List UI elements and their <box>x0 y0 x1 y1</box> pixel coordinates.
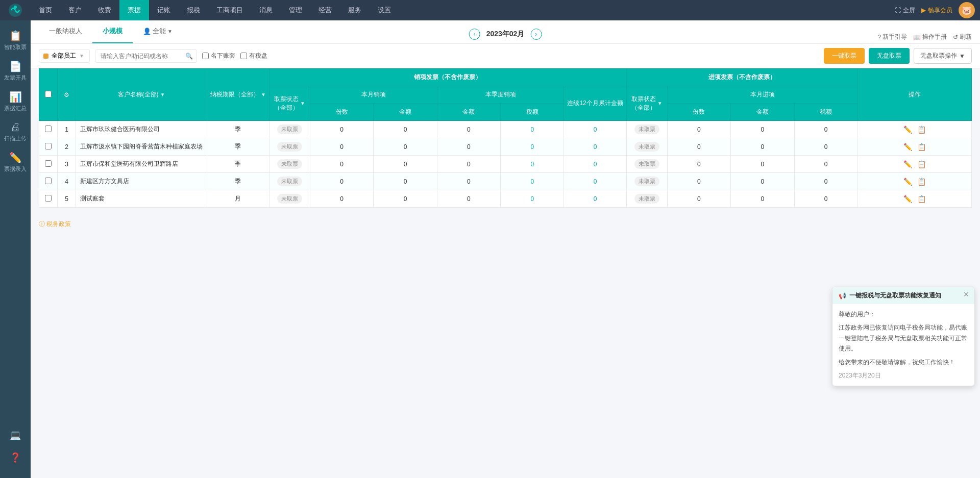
nav-service[interactable]: 服务 <box>340 0 370 20</box>
nav-invoice[interactable]: 票据 <box>119 0 149 20</box>
customer-filter-icon[interactable]: ▼ <box>160 92 165 97</box>
sales-annual-link[interactable]: 0 <box>594 126 597 133</box>
th-sales-month-copies: 份数 <box>310 104 373 121</box>
sales-annual-label: 连续12个月累计金额 <box>567 99 623 107</box>
tax-period-filter-icon[interactable]: ▼ <box>261 92 266 97</box>
vip-btn[interactable]: ▶ 畅享会员 <box>921 6 952 15</box>
my-accounts-checkbox-label[interactable]: 名下账套 <box>202 52 235 60</box>
row-edit-btn[interactable]: ✏️ <box>903 125 912 134</box>
diskless-operations-btn[interactable]: 无盘取票操作 ▼ <box>914 48 972 64</box>
nav-fee[interactable]: 收费 <box>90 0 119 20</box>
refresh-link[interactable]: ↺ 刷新 <box>953 33 972 41</box>
my-accounts-checkbox[interactable] <box>202 53 209 59</box>
select-all-checkbox[interactable] <box>45 91 52 97</box>
row-customer: 卫辉市汲水镇下园阁脊香营苗木种植家庭农场 <box>76 138 207 156</box>
tab-general-taxpayer[interactable]: 一般纳税人 <box>39 20 92 43</box>
row-index: 1 <box>58 121 76 138</box>
th-tax-period: 纳税期限（全部） ▼ <box>207 69 270 121</box>
row-checkbox[interactable] <box>45 160 52 167</box>
row-sales-quarter-tax: 0 <box>501 173 564 190</box>
row-checkbox-cell[interactable] <box>39 121 58 138</box>
guide-link[interactable]: ? 新手引导 <box>877 33 907 41</box>
settings-icon[interactable]: ⚙ <box>64 91 69 98</box>
nav-management[interactable]: 管理 <box>281 0 310 20</box>
nav-business[interactable]: 工商项目 <box>208 0 251 20</box>
row-input-month-tax: 0 <box>794 190 857 208</box>
tax-policy-icon: ⓘ <box>39 220 45 228</box>
sidebar-item-scan-upload[interactable]: 🖨 扫描上传 <box>1 117 30 146</box>
sales-quarter-tax-link[interactable]: 0 <box>530 143 534 150</box>
row-checkbox-cell[interactable] <box>39 138 58 156</box>
search-icon[interactable]: 🔍 <box>185 53 193 60</box>
row-checkbox[interactable] <box>45 125 52 132</box>
tab-small-scale[interactable]: 小规模 <box>92 20 133 43</box>
row-sales-quarter-amount: 0 <box>437 173 500 190</box>
row-detail-btn[interactable]: 📋 <box>917 195 926 203</box>
row-edit-btn[interactable]: ✏️ <box>903 160 912 168</box>
nav-operation[interactable]: 经营 <box>310 0 340 20</box>
th-settings: ⚙ <box>58 69 76 121</box>
row-sales-annual-amount: 0 <box>564 138 626 156</box>
sidebar-item-smart-fetch[interactable]: 📋 智能取票 <box>1 26 30 55</box>
sidebar-item-invoice-summary[interactable]: 📊 票据汇总 <box>1 87 30 116</box>
row-checkbox-cell[interactable] <box>39 156 58 173</box>
row-checkbox[interactable] <box>45 143 52 149</box>
sidebar-help-icon[interactable]: ❓ <box>5 447 26 468</box>
nav-customer[interactable]: 客户 <box>60 0 90 20</box>
sales-annual-link[interactable]: 0 <box>594 178 597 185</box>
employee-selector[interactable]: 全部员工 ▼ <box>39 49 90 63</box>
diskless-fetch-btn[interactable]: 无盘取票 <box>869 48 910 64</box>
sidebar-computer-icon[interactable]: 💻 <box>5 425 26 445</box>
row-sales-month-amount: 0 <box>374 138 437 156</box>
next-month-btn[interactable]: › <box>530 29 542 40</box>
has-tax-disk-checkbox-label[interactable]: 有税盘 <box>240 52 267 60</box>
row-checkbox[interactable] <box>45 178 52 184</box>
nav-message[interactable]: 消息 <box>251 0 281 20</box>
footer-tax-policy[interactable]: ⓘ 税务政策 <box>31 216 980 233</box>
row-edit-btn[interactable]: ✏️ <box>903 178 912 186</box>
fullscreen-btn[interactable]: ⛶ 全屏 <box>895 6 915 15</box>
user-avatar[interactable]: 🐷 <box>959 2 975 18</box>
row-input-month-tax: 0 <box>794 121 857 138</box>
manual-link[interactable]: 📖 操作手册 <box>913 33 947 41</box>
tab-all-capable[interactable]: 👤 全能 ▼ <box>133 20 183 43</box>
row-detail-btn[interactable]: 📋 <box>917 125 926 134</box>
sales-annual-link[interactable]: 0 <box>594 195 597 203</box>
th-sales-group: 销项发票（不含作废票） <box>269 69 626 86</box>
input-month-amount-label: 金额 <box>756 108 769 115</box>
nav-bookkeeping[interactable]: 记账 <box>149 0 179 20</box>
sidebar-item-invoice-entry[interactable]: ✏️ 票据录入 <box>1 147 30 177</box>
sales-quarter-tax-link[interactable]: 0 <box>530 178 534 185</box>
sales-annual-link[interactable]: 0 <box>594 161 597 168</box>
notification-close-btn[interactable]: ✕ <box>963 290 969 298</box>
notification-body: 尊敬的用户： 江苏政务网已恢复访问电子税务局功能，易代账一键登陆电子税务局与无盘… <box>832 304 974 386</box>
row-detail-btn[interactable]: 📋 <box>917 143 926 151</box>
row-detail-btn[interactable]: 📋 <box>917 178 926 186</box>
sales-quarter-tax-link[interactable]: 0 <box>530 126 534 133</box>
row-checkbox-cell[interactable] <box>39 190 58 208</box>
sidebar-item-invoice-issue[interactable]: 📄 发票开具 <box>1 56 30 86</box>
tax-policy-label: 税务政策 <box>46 220 71 228</box>
sales-annual-link[interactable]: 0 <box>594 143 597 150</box>
has-tax-disk-checkbox[interactable] <box>240 53 247 59</box>
nav-settings[interactable]: 设置 <box>370 0 399 20</box>
nav-tax[interactable]: 报税 <box>179 0 208 20</box>
row-edit-btn[interactable]: ✏️ <box>903 195 912 203</box>
search-input[interactable] <box>95 49 197 63</box>
sales-quarter-tax-link[interactable]: 0 <box>530 195 534 203</box>
row-checkbox[interactable] <box>45 195 52 202</box>
sales-quarter-tax-link[interactable]: 0 <box>530 161 534 168</box>
sales-fetch-filter-icon[interactable]: ▼ <box>300 100 305 106</box>
row-tax-period: 季 <box>207 138 270 156</box>
row-sales-fetch-status: 未取票 <box>269 121 310 138</box>
nav-menu: 首页 客户 收费 票据 记账 报税 工商项目 消息 管理 经营 服务 设置 <box>31 0 895 20</box>
one-click-fetch-btn[interactable]: 一键取票 <box>824 48 865 64</box>
nav-home[interactable]: 首页 <box>31 0 60 20</box>
sidebar-smart-fetch-label: 智能取票 <box>4 43 27 51</box>
input-fetch-filter-icon[interactable]: ▼ <box>657 100 663 106</box>
fullscreen-icon: ⛶ <box>895 7 901 14</box>
row-checkbox-cell[interactable] <box>39 173 58 190</box>
row-detail-btn[interactable]: 📋 <box>917 160 926 168</box>
row-edit-btn[interactable]: ✏️ <box>903 143 912 151</box>
prev-month-btn[interactable]: ‹ <box>469 29 480 40</box>
